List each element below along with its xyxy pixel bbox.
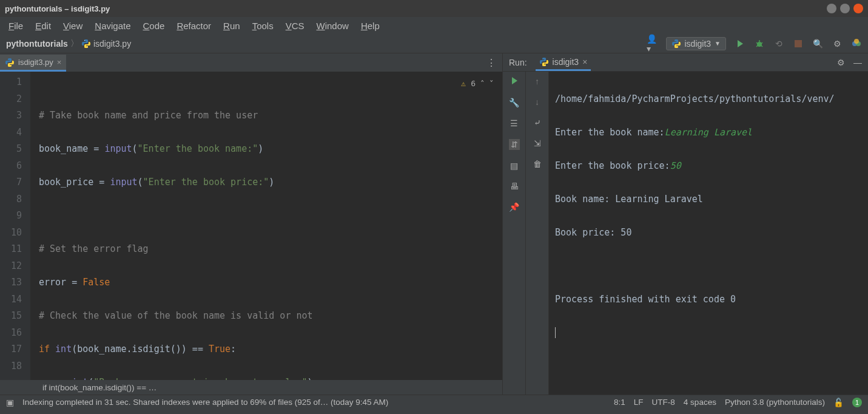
svg-point-0 xyxy=(84,39,85,40)
run-tool-window: Run: isdigit3 × ⚙ — 🔧 ☰ ⇵ ▤ 🖶 📌 ↑ ↓ xyxy=(502,53,868,395)
hide-panel-icon[interactable]: — xyxy=(853,58,862,67)
code-area[interactable]: ⚠6 ˄ ˅ # Take book name and price from t… xyxy=(30,72,502,380)
menu-navigate[interactable]: Navigate xyxy=(95,21,130,31)
breadcrumb-root[interactable]: pythontutorials xyxy=(6,39,68,49)
layout-settings-icon[interactable]: ⇵ xyxy=(509,139,520,150)
python-file-icon xyxy=(5,58,15,67)
navigation-bar: pythontutorials 〉 isdigit3.py 👤▾ isdigit… xyxy=(0,34,868,53)
breadcrumb-file[interactable]: isdigit3.py xyxy=(93,39,131,49)
menu-run[interactable]: Run xyxy=(223,21,240,31)
up-arrow-icon[interactable]: ↑ xyxy=(535,76,539,86)
editor-tabs: isdigit3.py × ⋮ xyxy=(0,53,502,72)
add-config-icon[interactable]: 👤▾ xyxy=(647,38,658,49)
soft-wrap-icon[interactable]: ▤ xyxy=(510,161,518,171)
code-editor[interactable]: 123456789101112131415161718 ⚠6 ˄ ˅ # Tak… xyxy=(0,72,502,380)
run-configuration-selector[interactable]: isdigit3 ▼ xyxy=(666,37,727,50)
console-cursor xyxy=(555,327,556,338)
pin-icon[interactable]: 📌 xyxy=(509,202,519,212)
svg-point-6 xyxy=(854,39,859,44)
rerun-button[interactable] xyxy=(510,76,519,87)
search-icon[interactable]: 🔍 xyxy=(812,38,823,49)
window-minimize-button[interactable] xyxy=(827,4,836,13)
run-config-name: isdigit3 xyxy=(685,39,712,49)
run-with-coverage-button[interactable]: ⟲ xyxy=(773,38,784,49)
status-bar: ▣ Indexing completed in 31 sec. Shared i… xyxy=(0,395,868,409)
down-arrow-icon[interactable]: ↓ xyxy=(535,97,539,107)
code-breadcrumb[interactable]: if int(book_name.isdigit()) == … xyxy=(0,380,502,395)
editor-pane: isdigit3.py × ⋮ 123456789101112131415161… xyxy=(0,53,502,395)
close-icon[interactable]: × xyxy=(582,57,587,67)
main-area: isdigit3.py × ⋮ 123456789101112131415161… xyxy=(0,53,868,395)
run-button[interactable] xyxy=(735,38,745,49)
run-toolbar-left: 🔧 ☰ ⇵ ▤ 🖶 📌 xyxy=(503,72,526,395)
settings-gear-icon[interactable]: ⚙ xyxy=(837,58,845,67)
window-maximize-button[interactable] xyxy=(840,4,850,13)
svg-point-1 xyxy=(87,46,88,47)
lock-icon[interactable]: 🔓 xyxy=(833,398,844,407)
print-icon[interactable]: 🖶 xyxy=(510,182,519,191)
editor-tab-label: isdigit3.py xyxy=(18,58,53,67)
run-tab-label: isdigit3 xyxy=(553,57,579,67)
ide-color-icon[interactable] xyxy=(851,38,862,49)
menu-vcs[interactable]: VCS xyxy=(286,21,304,31)
run-toolbar-nav: ↑ ↓ ⤶ ⇲ 🗑 xyxy=(526,72,549,395)
chevron-down-icon: ▼ xyxy=(715,40,721,47)
menu-tools[interactable]: Tools xyxy=(252,21,274,31)
stop-button[interactable] xyxy=(793,38,804,49)
warning-count: 6 xyxy=(471,75,476,92)
filter-icon[interactable]: ⇲ xyxy=(534,138,541,148)
settings-gear-icon[interactable]: ⚙ xyxy=(832,38,843,49)
window-title: pythontutorials – isdigit3.py xyxy=(5,4,110,13)
editor-tab-actions[interactable]: ⋮ xyxy=(486,57,496,69)
menu-code[interactable]: Code xyxy=(143,21,165,31)
status-message: Indexing completed in 31 sec. Shared ind… xyxy=(22,398,388,407)
debug-button[interactable] xyxy=(754,38,765,49)
console-cmd: /home/fahmida/PycharmProjects/pythontuto… xyxy=(555,91,862,108)
warning-icon: ⚠ xyxy=(461,75,466,92)
run-tab[interactable]: isdigit3 × xyxy=(536,54,591,71)
python-icon xyxy=(539,57,549,67)
python-icon xyxy=(671,39,681,49)
menu-view[interactable]: View xyxy=(63,21,82,31)
wrench-icon[interactable]: 🔧 xyxy=(509,98,519,107)
trash-icon[interactable]: 🗑 xyxy=(533,159,542,169)
caret-position[interactable]: 8:1 xyxy=(614,398,625,407)
menu-bar: File Edit View Navigate Code Refactor Ru… xyxy=(0,17,868,34)
breadcrumb[interactable]: pythontutorials 〉 isdigit3.py xyxy=(6,38,131,49)
window-close-button[interactable] xyxy=(853,4,863,13)
menu-window[interactable]: Window xyxy=(317,21,349,31)
line-separator[interactable]: LF xyxy=(634,398,644,407)
layout-icon[interactable]: ☰ xyxy=(510,118,518,128)
chevron-up-icon[interactable]: ˄ xyxy=(480,75,485,92)
python-file-icon xyxy=(81,39,91,49)
menu-help[interactable]: Help xyxy=(361,21,380,31)
menu-refactor[interactable]: Refactor xyxy=(177,21,211,31)
console-output[interactable]: /home/fahmida/PycharmProjects/pythontuto… xyxy=(549,72,868,395)
close-icon[interactable]: × xyxy=(57,58,62,67)
chevron-right-icon: 〉 xyxy=(70,38,79,49)
notification-badge[interactable]: 1 xyxy=(852,398,862,407)
file-encoding[interactable]: UTF-8 xyxy=(652,398,675,407)
run-label: Run: xyxy=(509,58,527,67)
editor-tab-active[interactable]: isdigit3.py × xyxy=(0,55,66,72)
menu-file[interactable]: File xyxy=(8,21,23,31)
indent-setting[interactable]: 4 spaces xyxy=(684,398,716,407)
run-header: Run: isdigit3 × ⚙ — xyxy=(503,53,868,72)
chevron-down-icon[interactable]: ˅ xyxy=(490,75,494,92)
tool-window-bars-icon[interactable]: ▣ xyxy=(6,398,14,407)
line-number-gutter: 123456789101112131415161718 xyxy=(0,72,30,380)
export-icon[interactable]: ⤶ xyxy=(534,118,541,127)
svg-rect-3 xyxy=(795,40,802,47)
window-titlebar: pythontutorials – isdigit3.py xyxy=(0,0,868,17)
inspection-widget[interactable]: ⚠6 ˄ ˅ xyxy=(461,75,494,92)
python-interpreter[interactable]: Python 3.8 (pythontutorials) xyxy=(725,398,825,407)
menu-edit[interactable]: Edit xyxy=(35,21,51,31)
code-breadcrumb-text: if int(book_name.isdigit()) == … xyxy=(42,383,156,392)
